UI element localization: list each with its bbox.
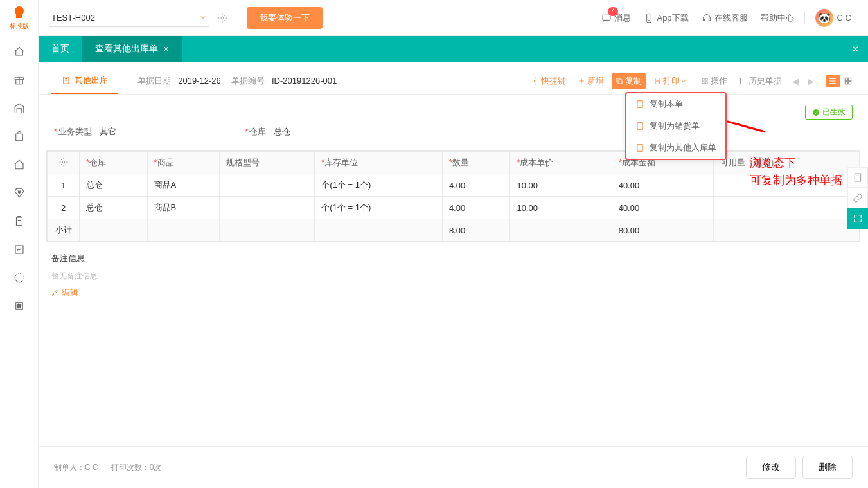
- biz-type-label: 业务类型: [58, 127, 92, 136]
- copy-sales-item[interactable]: 复制为销货单: [626, 115, 725, 137]
- remarks-section: 备注信息 暂无备注信息 编辑: [39, 242, 868, 309]
- biz-type-field: *业务类型 其它: [54, 126, 116, 138]
- svg-point-14: [535, 80, 536, 82]
- company-settings-icon[interactable]: [217, 13, 227, 23]
- status-row: 已生效: [39, 95, 868, 120]
- sidebar-clipboard-icon[interactable]: [6, 208, 32, 234]
- print-icon: [653, 77, 661, 85]
- table-row[interactable]: 2 总仓 商品B 个(1个 = 1个) 4.00 10.00 40.00: [48, 197, 860, 219]
- view-list-button[interactable]: [826, 75, 840, 87]
- doc-date-label: 单据日期: [137, 76, 171, 86]
- online-service-link[interactable]: 在线客服: [702, 12, 748, 24]
- sidebar-report-icon[interactable]: [6, 237, 32, 262]
- sidebar-home-icon[interactable]: [6, 39, 32, 64]
- edit-label: 编辑: [62, 287, 78, 298]
- status-text: 已生效: [822, 107, 846, 118]
- tab-current-label: 查看其他出库单: [95, 43, 158, 55]
- table-header-row: *仓库 *商品 规格型号 *库存单位 *数量 *成本单价 *成本金额 可用量（包…: [48, 152, 860, 174]
- svg-rect-19: [702, 82, 704, 84]
- edit-remarks-link[interactable]: 编辑: [51, 287, 855, 298]
- chevron-down-icon: [199, 14, 207, 21]
- next-doc-button[interactable]: ▶: [805, 77, 817, 86]
- col-available: 可用量（包装）: [713, 152, 859, 174]
- sidebar-money-icon[interactable]: ¥: [6, 180, 32, 206]
- sidebar-warehouse-icon[interactable]: [6, 95, 32, 121]
- history-action[interactable]: 历史单据: [735, 73, 786, 89]
- svg-rect-17: [702, 78, 704, 80]
- data-table: *仓库 *商品 规格型号 *库存单位 *数量 *成本单价 *成本金额 可用量（包…: [46, 150, 860, 242]
- help-center-link[interactable]: 帮助中心: [761, 12, 794, 24]
- messages-link[interactable]: 消息 4: [601, 12, 631, 24]
- doc-type-tab[interactable]: 其他出库: [51, 68, 118, 94]
- copy-self-item[interactable]: 复制本单: [626, 93, 725, 115]
- svg-rect-20: [705, 82, 707, 84]
- main-area: TEST-H002 我要体验一下 消息 4 App下载 在线客服 帮助中心: [39, 0, 868, 488]
- top-header: TEST-H002 我要体验一下 消息 4 App下载 在线客服 帮助中心: [39, 0, 868, 36]
- float-link-button[interactable]: [847, 188, 868, 208]
- table-settings-header[interactable]: [48, 152, 80, 174]
- view-grid-button[interactable]: [841, 75, 855, 87]
- tabs-bar: 首页 查看其他出库单 ✕ ✕: [39, 36, 868, 62]
- logo[interactable]: 标准版: [10, 5, 29, 31]
- history-icon: [739, 77, 747, 85]
- form-row: *业务类型 其它 *仓库 总仓: [39, 120, 868, 150]
- table-row[interactable]: 1 总仓 商品A 个(1个 = 1个) 4.00 10.00 40.00: [48, 174, 860, 197]
- user-menu[interactable]: 🐼 C C: [815, 9, 851, 27]
- float-note-button[interactable]: [847, 167, 868, 188]
- trial-button[interactable]: 我要体验一下: [247, 7, 323, 29]
- left-sidebar: 标准版 ¥ 新: [0, 0, 39, 488]
- doc-type-label: 其他出库: [75, 75, 108, 86]
- close-all-tabs[interactable]: ✕: [842, 36, 868, 62]
- sidebar-house-icon[interactable]: [6, 152, 32, 177]
- doc-icon: [635, 122, 644, 131]
- check-icon: [812, 109, 820, 116]
- modify-button[interactable]: 修改: [746, 456, 796, 479]
- copy-action[interactable]: 复制: [612, 73, 646, 89]
- sidebar-sync-icon[interactable]: [6, 265, 32, 291]
- sidebar-gift-icon[interactable]: [6, 67, 32, 93]
- remarks-empty-text: 暂无备注信息: [51, 271, 855, 282]
- svg-text:¥: ¥: [18, 190, 21, 194]
- svg-point-29: [813, 109, 819, 116]
- svg-rect-15: [618, 80, 622, 84]
- print-action[interactable]: 打印: [650, 73, 693, 89]
- svg-point-6: [15, 273, 24, 282]
- sidebar-bag-icon[interactable]: [6, 123, 32, 149]
- app-download-link[interactable]: App下载: [644, 12, 688, 24]
- doc-icon: [635, 100, 644, 109]
- svg-rect-4: [16, 217, 22, 226]
- doc-icon: [635, 143, 644, 152]
- doc-date-value: 2019-12-26: [178, 76, 221, 86]
- col-unit: *库存单位: [315, 152, 443, 174]
- grid-icon: [701, 77, 709, 85]
- add-action[interactable]: 新增: [574, 73, 608, 89]
- copy-icon: [616, 77, 623, 85]
- tab-home[interactable]: 首页: [39, 36, 82, 62]
- status-badge: 已生效: [805, 105, 853, 120]
- svg-rect-21: [741, 78, 745, 84]
- user-name: C C: [837, 13, 851, 23]
- svg-point-9: [221, 17, 224, 19]
- col-warehouse: *仓库: [80, 152, 148, 174]
- plus-icon: [578, 77, 585, 85]
- company-name: TEST-H002: [51, 13, 199, 23]
- sidebar-new-icon[interactable]: 新: [6, 293, 32, 319]
- avatar-icon: 🐼: [815, 9, 833, 27]
- prev-doc-button[interactable]: ◀: [790, 77, 801, 86]
- svg-rect-27: [637, 123, 642, 130]
- company-selector[interactable]: TEST-H002: [49, 9, 209, 27]
- svg-point-30: [62, 161, 65, 163]
- headset-icon: [702, 13, 712, 23]
- doc-header: 其他出库 单据日期 2019-12-26 单据编号 ID-20191226-00…: [39, 62, 868, 95]
- tab-close-icon[interactable]: ✕: [163, 45, 169, 53]
- tab-current[interactable]: 查看其他出库单 ✕: [82, 36, 182, 62]
- float-expand-button[interactable]: [847, 208, 868, 229]
- shortcut-action[interactable]: 快捷键: [527, 73, 570, 89]
- copy-other-in-item[interactable]: 复制为其他入库单: [626, 137, 725, 159]
- warehouse-field: *仓库 总仓: [245, 126, 290, 138]
- footer-print-count: 打印次数：0次: [111, 462, 162, 473]
- warehouse-label: 仓库: [249, 127, 266, 136]
- logo-text: 标准版: [10, 22, 29, 31]
- delete-button[interactable]: 删除: [802, 456, 853, 479]
- operate-action[interactable]: 操作: [697, 73, 731, 89]
